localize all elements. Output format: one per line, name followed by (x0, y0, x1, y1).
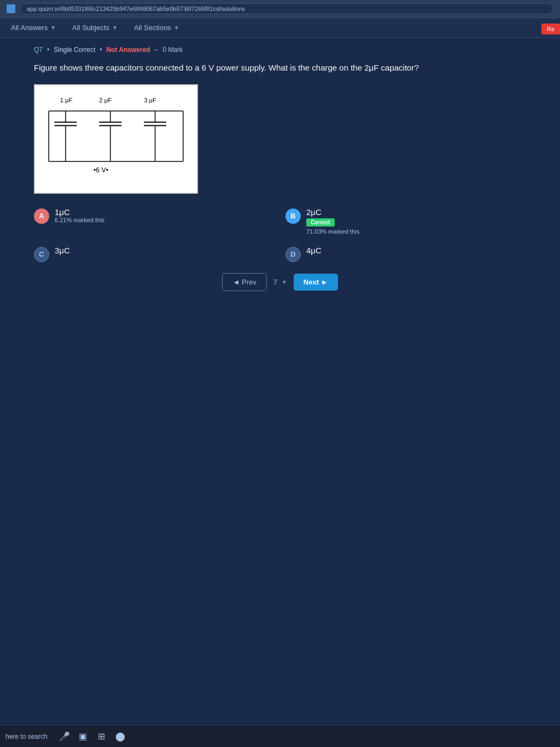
option-b-content: 2μC Correct 71.03% marked this (306, 207, 526, 235)
window-icon[interactable]: ▣ (77, 731, 89, 743)
question-type: Single Correct (54, 46, 95, 54)
option-a-circle: A (34, 209, 49, 224)
option-b-circle: B (285, 209, 301, 224)
browser-bar: app.quizrr.in/6b05331f66c213425b947e6f/6… (0, 0, 560, 18)
taskbar: here to search 🎤 ▣ ⊞ ⬤ (0, 725, 560, 747)
main-content: Q7 • Single Correct • Not Answered – 0 M… (18, 38, 542, 310)
favicon-icon (7, 4, 15, 13)
taskbar-search-label: here to search (5, 733, 48, 740)
option-a-content: 1μC 6.21% marked this (55, 207, 275, 223)
question-number: Q7 (34, 46, 43, 54)
chevron-down-icon: ▼ (174, 25, 179, 31)
dot-separator2: • (100, 46, 102, 54)
svg-text:•6 V•: •6 V• (94, 166, 108, 174)
correct-badge: Correct (306, 218, 335, 227)
circuit-diagram: 1 μF 2 μF 3 μF (34, 84, 198, 194)
chevron-down-icon: ▼ (50, 25, 56, 31)
option-a-stat: 6.21% marked this (55, 217, 275, 223)
answer-option-c[interactable]: C 3μC (34, 246, 275, 262)
svg-text:3 μF: 3 μF (144, 97, 156, 103)
answer-option-b[interactable]: B 2μC Correct 71.03% marked this (285, 207, 526, 235)
question-text: Figure shows three capacitors connected … (34, 62, 526, 74)
option-c-content: 3μC (55, 246, 275, 255)
option-d-circle: D (285, 247, 301, 262)
chevron-down-icon: ▼ (112, 25, 118, 31)
question-status: Not Answered (106, 46, 150, 54)
microphone-icon[interactable]: 🎤 (59, 731, 71, 743)
all-subjects-nav[interactable]: All Subjects ▼ (72, 24, 118, 32)
question-meta: Q7 • Single Correct • Not Answered – 0 M… (34, 46, 526, 54)
chrome-icon[interactable]: ⬤ (114, 731, 126, 743)
prev-button[interactable]: ◄ Prev (222, 273, 266, 291)
answer-option-d[interactable]: D 4μC (285, 246, 526, 262)
dash-separator: – (155, 46, 159, 54)
page-number: 7 ▼ (273, 278, 287, 286)
all-answers-nav[interactable]: All Answers ▼ (11, 24, 56, 32)
all-sections-nav[interactable]: All Sections ▼ (134, 24, 179, 32)
option-d-value: 4μC (306, 246, 526, 255)
option-b-stat: 71.03% marked this (306, 228, 526, 235)
taskbar-icons: 🎤 ▣ ⊞ ⬤ (59, 731, 126, 743)
url-bar[interactable]: app.quizrr.in/6b05331f66c213425b947e6f/6… (20, 3, 553, 14)
option-c-circle: C (34, 247, 49, 262)
re-button[interactable]: Re (541, 24, 560, 34)
dot-separator: • (47, 46, 49, 54)
next-button[interactable]: Next ► (294, 274, 338, 291)
chevron-down-icon: ▼ (282, 279, 287, 285)
option-a-value: 1μC (55, 207, 275, 217)
answers-grid: A 1μC 6.21% marked this B 2μC Correct 71… (34, 207, 526, 262)
option-d-content: 4μC (306, 246, 526, 255)
option-b-value: 2μC (306, 207, 526, 217)
svg-text:1 μF: 1 μF (60, 97, 73, 103)
svg-text:2 μF: 2 μF (99, 97, 112, 103)
option-c-value: 3μC (55, 246, 275, 255)
navigation-buttons: ◄ Prev 7 ▼ Next ► (34, 273, 526, 291)
answer-option-a[interactable]: A 1μC 6.21% marked this (34, 207, 275, 235)
top-navigation: All Answers ▼ All Subjects ▼ All Section… (0, 18, 560, 38)
apps-icon[interactable]: ⊞ (96, 731, 108, 743)
question-marks: 0 Mark (162, 46, 183, 54)
circuit-svg: 1 μF 2 μF 3 μF (43, 94, 189, 184)
